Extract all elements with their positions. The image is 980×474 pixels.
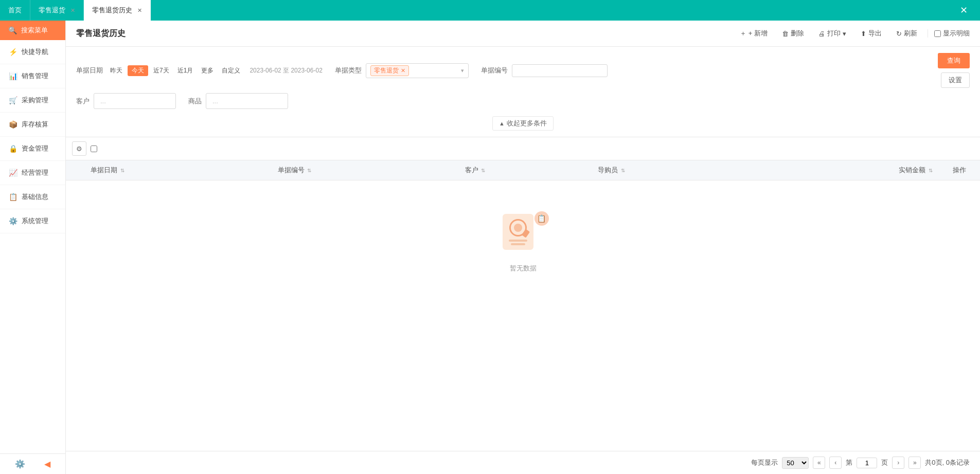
print-icon: 🖨 [818,30,825,38]
date-btn-1month[interactable]: 近1月 [174,65,197,76]
collapse-filter-button[interactable]: ▲ 收起更多条件 [492,116,554,131]
sidebar-item-quick-nav[interactable]: ⚡ 快捷导航 [0,40,65,64]
main-layout: 🔍 搜索菜单 ⚡ 快捷导航 📊 销售管理 🛒 采购管理 📦 库存核算 🔒 [0,21,980,474]
page-label: 页 [881,458,888,467]
show-detail-checkbox[interactable] [934,30,941,37]
doc-no-label: 单据编号 [481,66,508,75]
sidebar-item-biz-label: 经营管理 [22,168,48,177]
goods-label: 商品 [188,97,202,106]
prev-page-btn[interactable]: ‹ [829,457,842,469]
page-header: 零售退货历史 ＋ + 新增 🗑 删除 🖨 打印 ▾ ⬆ 导出 [66,21,980,47]
search-menu-label: 搜索菜单 [21,26,48,35]
collapse-icon: ▲ [499,120,505,126]
add-button[interactable]: ＋ + 新增 [736,27,772,40]
biz-mgmt-icon: 📈 [8,168,17,177]
query-btn-group: 查询 设置 [938,53,970,88]
pagination-bar: 每页显示 50 10 20 100 « ‹ 第 页 › » 共0页, 0条记录 [66,451,980,474]
last-page-btn[interactable]: » [908,457,921,469]
th-date[interactable]: 单据日期 ⇅ [84,160,272,180]
page-number-input[interactable] [857,458,877,468]
date-btn-today[interactable]: 今天 [128,65,148,76]
delete-button[interactable]: 🗑 删除 [778,27,808,40]
filter-section: 单据日期 昨天 今天 近7天 近1月 更多 自定义 2023-06-02 至 2… [66,47,980,137]
show-detail-label: 显示明细 [943,29,970,38]
collapse-label: 收起更多条件 [507,119,547,128]
date-btn-7days[interactable]: 近7天 [150,65,172,76]
header-divider [928,29,928,38]
date-filter-item: 单据日期 昨天 今天 近7天 近1月 更多 自定义 2023-06-02 至 2… [76,65,323,76]
filter-settings-button[interactable]: 设置 [941,72,970,88]
th-amount[interactable]: 实销金额 ⇅ [752,160,939,180]
search-menu-btn[interactable]: 🔍 搜索菜单 [0,21,65,40]
top-bar: 首页 零售退货 ✕ 零售退货历史 ✕ ✕ [0,0,980,21]
customer-select[interactable]: ... [94,93,176,109]
th-checkbox [66,160,84,180]
sidebar-item-inventory[interactable]: 📦 库存核算 [0,113,65,137]
first-page-btn[interactable]: « [813,457,825,469]
print-label: 打印 [827,29,841,38]
date-btn-yesterday[interactable]: 昨天 [107,65,126,76]
tab-retail-return-history-close[interactable]: ✕ [137,7,142,14]
doc-type-tag-close[interactable]: ✕ [401,67,405,74]
sidebar-item-basic-label: 基础信息 [22,192,48,202]
window-close-button[interactable]: ✕ [956,5,972,16]
query-button[interactable]: 查询 [938,53,970,68]
table-head: 单据日期 ⇅ 单据编号 ⇅ 客户 ⇅ [66,160,980,180]
doc-type-select[interactable]: 零售退货 ✕ ▾ [366,63,469,78]
date-btn-more[interactable]: 更多 [198,65,217,76]
next-page-btn[interactable]: › [892,457,904,469]
delete-label: 删除 [791,29,804,38]
sidebar-item-inventory-label: 库存核算 [22,120,48,129]
page-size-label: 每页显示 [751,458,778,467]
export-button[interactable]: ⬆ 导出 [857,27,886,40]
print-button[interactable]: 🖨 打印 ▾ [814,27,850,40]
show-detail-checkbox-label[interactable]: 显示明细 [934,29,970,38]
refresh-label: 刷新 [904,29,917,38]
sidebar-item-basic-info[interactable]: 📋 基础信息 [0,185,65,209]
th-no[interactable]: 单据编号 ⇅ [272,160,459,180]
sidebar-collapse-icon[interactable]: ◀ [44,459,50,469]
inventory-icon: 📦 [8,120,17,129]
tab-home[interactable]: 首页 [0,0,30,21]
sidebar-item-finance-mgmt[interactable]: 🔒 资金管理 [0,137,65,161]
top-bar-right: ✕ [948,5,980,16]
basic-info-icon: 📋 [8,192,17,202]
doc-type-label: 单据类型 [335,66,362,75]
sidebar-item-sales-label: 销售管理 [22,71,48,81]
date-filter-label: 单据日期 [76,66,103,75]
refresh-button[interactable]: ↻ 刷新 [892,27,921,40]
sidebar-item-purchase-mgmt[interactable]: 🛒 采购管理 [0,88,65,113]
tab-retail-return-close[interactable]: ✕ [70,7,75,14]
tab-home-label: 首页 [8,6,22,15]
date-btn-custom[interactable]: 自定义 [219,65,243,76]
total-info: 共0页, 0条记录 [925,458,970,467]
tab-retail-return-history[interactable]: 零售退货历史 ✕ [84,0,151,21]
sales-mgmt-icon: 📊 [8,71,17,81]
goods-filter-item: 商品 ... [188,93,288,109]
sidebar-item-sys-mgmt[interactable]: ⚙️ 系统管理 [0,209,65,233]
date-shortcuts: 昨天 今天 近7天 近1月 更多 自定义 [107,65,243,76]
table-toolbar: ⚙ [66,137,980,160]
th-guide[interactable]: 导购员 ⇅ [592,160,752,180]
no-sort-icon: ⇅ [307,168,311,173]
sidebar-item-sales-mgmt[interactable]: 📊 销售管理 [0,64,65,88]
sidebar-item-biz-mgmt[interactable]: 📈 经营管理 [0,161,65,185]
doc-no-input[interactable] [512,64,608,77]
goods-select[interactable]: ... [206,93,288,109]
tab-retail-return[interactable]: 零售退货 ✕ [30,0,84,21]
table-column-settings-btn[interactable]: ⚙ [72,141,86,156]
doc-type-tag-text: 零售退货 [374,66,399,75]
th-customer[interactable]: 客户 ⇅ [459,160,592,180]
customer-placeholder: ... [98,95,108,107]
table-section: ⚙ 单据日期 ⇅ 单据编号 ⇅ [66,137,980,451]
guide-sort-icon: ⇅ [621,168,625,173]
sidebar-settings-icon[interactable]: ⚙️ [15,459,25,469]
sidebar-item-quick-nav-label: 快捷导航 [22,47,48,57]
filter-row-2: 客户 ... 商品 ... [76,93,970,109]
sys-mgmt-icon: ⚙️ [8,216,17,226]
delete-icon: 🗑 [782,30,789,38]
page-size-select[interactable]: 50 10 20 100 [782,457,809,469]
select-all-checkbox[interactable] [91,145,97,152]
doc-type-dropdown-icon: ▾ [461,67,464,74]
export-icon: ⬆ [861,30,866,38]
